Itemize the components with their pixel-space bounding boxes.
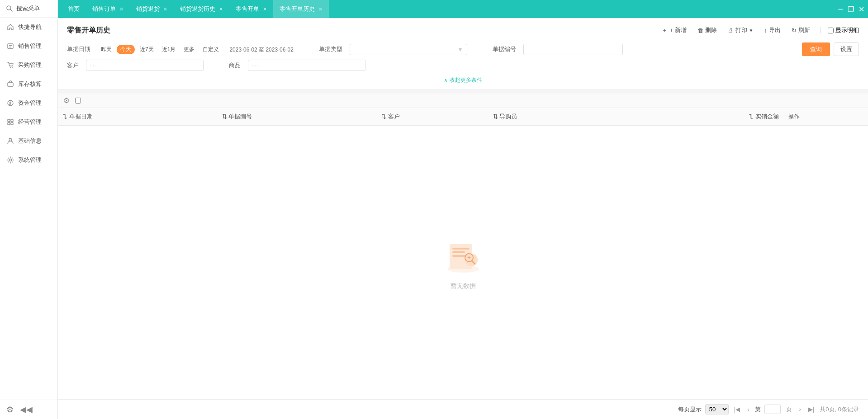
svg-point-3 bbox=[10, 67, 11, 68]
col-date: ⇅ 单据日期 bbox=[58, 108, 218, 126]
sidebar-item-operations[interactable]: 经营管理 bbox=[0, 113, 57, 132]
date-filter-buttons: 昨天 今天 近7天 近1月 更多 自定义 bbox=[98, 45, 222, 54]
date-btn-more[interactable]: 更多 bbox=[180, 45, 198, 54]
svg-point-18 bbox=[465, 254, 478, 266]
collapse-filters-label: 收起更多条件 bbox=[450, 76, 482, 84]
sidebar-item-basic-info[interactable]: 基础信息 bbox=[0, 132, 57, 151]
window-minimize-btn[interactable]: ─ bbox=[838, 5, 843, 13]
page-number-input[interactable]: 1 bbox=[764, 405, 781, 414]
purchase-icon bbox=[6, 61, 14, 69]
col-date-sort-icon[interactable]: ⇅ bbox=[62, 113, 67, 120]
sidebar-item-quick-nav[interactable]: 快捷导航 bbox=[0, 18, 57, 37]
page-header: 零售开单历史 ＋ + 新增 🗑 删除 🖨 打印 ▼ bbox=[58, 18, 868, 90]
col-amount-sort-icon[interactable]: ⇅ bbox=[749, 113, 754, 120]
date-btn-1month[interactable]: 近1月 bbox=[159, 45, 179, 54]
tab-sales-return[interactable]: 销货退货 ✕ bbox=[130, 0, 174, 18]
sidebar-label-finance: 资金管理 bbox=[18, 99, 42, 107]
product-filter-label: 商品 bbox=[229, 61, 241, 70]
page-label-before: 第 bbox=[755, 405, 761, 414]
query-button[interactable]: 查询 bbox=[802, 42, 830, 56]
svg-rect-9 bbox=[8, 122, 10, 125]
system-icon bbox=[6, 156, 14, 164]
display-detail-input[interactable] bbox=[828, 28, 834, 33]
table-toolbar: ⚙ bbox=[58, 94, 868, 108]
order-num-filter-input[interactable] bbox=[523, 44, 623, 55]
per-page-select[interactable]: 50 100 200 bbox=[705, 404, 729, 414]
display-detail-checkbox[interactable]: 显示明细 bbox=[828, 26, 859, 34]
empty-state: 暂无数据 bbox=[58, 126, 868, 399]
col-customer-sort-icon[interactable]: ⇅ bbox=[381, 113, 386, 120]
collapse-filters-bar[interactable]: ∧ 收起更多条件 bbox=[67, 75, 859, 88]
sidebar-search[interactable]: 搜索采单 bbox=[0, 0, 57, 18]
col-customer: ⇅ 客户 bbox=[377, 108, 489, 126]
tab-close-sales-order[interactable]: ✕ bbox=[119, 6, 123, 12]
print-icon: 🖨 bbox=[728, 27, 734, 34]
data-table: ⇅ 单据日期 ⇅ 单据编号 ⇅ 客户 ⇅ 导购员 bbox=[58, 108, 868, 126]
sidebar-label-quick-nav: 快捷导航 bbox=[18, 23, 42, 31]
sidebar-item-finance[interactable]: 资金管理 bbox=[0, 94, 57, 113]
tab-close-retail-open[interactable]: ✕ bbox=[263, 6, 267, 12]
tab-retail-open[interactable]: 零售开单 ✕ bbox=[229, 0, 273, 18]
pagination: 每页显示 50 100 200 |◀ ‹ 第 1 页 › ▶| 共0页, 0条记… bbox=[58, 399, 868, 419]
sidebar-bottom: ⚙ ◀◀ bbox=[0, 400, 57, 419]
sidebar-item-inventory[interactable]: 库存核算 bbox=[0, 75, 57, 94]
gear-icon[interactable]: ⚙ bbox=[6, 405, 14, 414]
tab-close-sales-return-history[interactable]: ✕ bbox=[219, 6, 223, 12]
type-filter-select[interactable]: ▼ bbox=[350, 44, 467, 55]
table-settings-icon[interactable]: ⚙ bbox=[63, 96, 70, 105]
product-filter-select[interactable]: ··· bbox=[248, 60, 365, 71]
order-num-filter-label: 单据编号 bbox=[493, 45, 516, 53]
sidebar-label-operations: 经营管理 bbox=[18, 118, 42, 126]
page-title-row: 零售开单历史 ＋ + 新增 🗑 删除 🖨 打印 ▼ bbox=[67, 24, 859, 36]
export-button[interactable]: ↑ 导出 bbox=[762, 24, 784, 36]
sidebar: 搜索采单 快捷导航 销售管理 采购管理 bbox=[0, 0, 58, 419]
add-button[interactable]: ＋ + 新增 bbox=[659, 24, 689, 36]
date-btn-today[interactable]: 今天 bbox=[117, 45, 135, 54]
page-next-btn[interactable]: › bbox=[797, 405, 803, 414]
search-icon bbox=[5, 5, 14, 13]
page-first-btn[interactable]: |◀ bbox=[732, 405, 742, 414]
operations-icon bbox=[6, 118, 14, 126]
svg-rect-8 bbox=[11, 119, 13, 122]
print-button[interactable]: 🖨 打印 ▼ bbox=[725, 24, 756, 36]
sidebar-label-sales-mgmt: 销售管理 bbox=[18, 42, 42, 50]
settings-button[interactable]: 设置 bbox=[834, 42, 859, 56]
total-info: 共0页, 0条记录 bbox=[820, 405, 859, 414]
product-select-dots: ··· bbox=[252, 62, 260, 69]
date-btn-custom[interactable]: 自定义 bbox=[199, 45, 222, 54]
filter-area: 单据日期 昨天 今天 近7天 近1月 更多 自定义 2023-06-02 至 2… bbox=[67, 42, 859, 89]
col-guide-sort-icon[interactable]: ⇅ bbox=[493, 113, 498, 120]
svg-rect-7 bbox=[8, 119, 10, 122]
sidebar-item-system-mgmt[interactable]: 系统管理 bbox=[0, 151, 57, 169]
tab-close-retail-history[interactable]: ✕ bbox=[318, 6, 323, 12]
type-filter-label: 单据类型 bbox=[319, 45, 342, 53]
home-icon bbox=[6, 23, 14, 31]
page-last-btn[interactable]: ▶| bbox=[806, 405, 816, 414]
sidebar-label-basic-info: 基础信息 bbox=[18, 137, 42, 145]
customer-filter-select[interactable]: ··· bbox=[86, 60, 204, 71]
refresh-icon: ↻ bbox=[792, 27, 797, 34]
window-restore-btn[interactable]: ❐ bbox=[848, 5, 854, 14]
svg-rect-5 bbox=[8, 83, 13, 86]
tab-close-sales-return[interactable]: ✕ bbox=[163, 6, 167, 12]
date-btn-yesterday[interactable]: 昨天 bbox=[98, 45, 115, 54]
tab-retail-history[interactable]: 零售开单历史 ✕ bbox=[273, 0, 329, 18]
collapse-icon[interactable]: ◀◀ bbox=[20, 405, 33, 414]
table-header: ⇅ 单据日期 ⇅ 单据编号 ⇅ 客户 ⇅ 导购员 bbox=[58, 108, 868, 126]
window-close-btn[interactable]: ✕ bbox=[859, 5, 864, 14]
col-amount: ⇅ 实销金额 bbox=[624, 108, 783, 126]
sidebar-item-sales-mgmt[interactable]: 销售管理 bbox=[0, 37, 57, 56]
select-all-checkbox[interactable] bbox=[75, 98, 81, 104]
nav-right-controls: ─ ❐ ✕ bbox=[838, 5, 864, 14]
refresh-button[interactable]: ↻ 刷新 bbox=[789, 24, 813, 36]
sidebar-search-label: 搜索采单 bbox=[16, 5, 40, 13]
col-orderno-sort-icon[interactable]: ⇅ bbox=[222, 113, 227, 120]
page-prev-btn[interactable]: ‹ bbox=[745, 405, 751, 414]
sidebar-item-purchase-mgmt[interactable]: 采购管理 bbox=[0, 56, 57, 75]
date-btn-7days[interactable]: 近7天 bbox=[137, 45, 157, 54]
tab-sales-order[interactable]: 销售订单 ✕ bbox=[86, 0, 130, 18]
delete-button[interactable]: 🗑 删除 bbox=[695, 24, 720, 36]
tab-home[interactable]: 首页 bbox=[62, 0, 86, 18]
tab-sales-return-history[interactable]: 销货退货历史 ✕ bbox=[174, 0, 229, 18]
main-content: 首页 销售订单 ✕ 销货退货 ✕ 销货退货历史 ✕ 零售开单 ✕ 零售开单历史 … bbox=[58, 0, 868, 419]
